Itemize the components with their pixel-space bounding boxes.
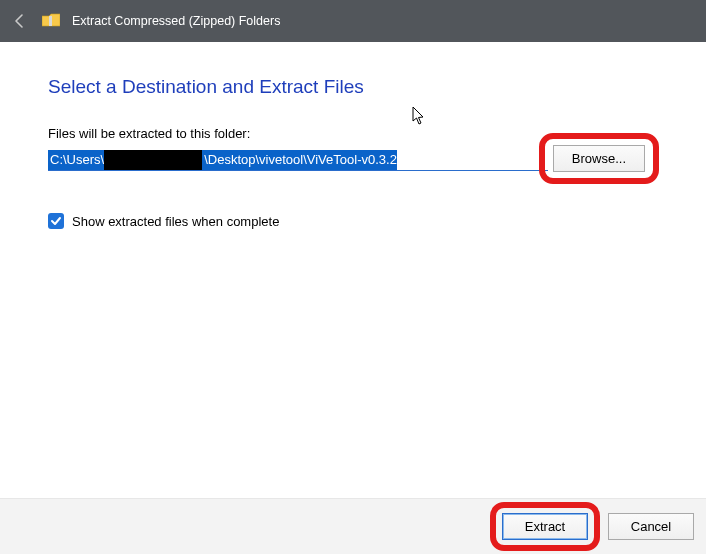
- extract-button[interactable]: Extract: [502, 513, 588, 540]
- show-extracted-row[interactable]: Show extracted files when complete: [48, 213, 658, 229]
- dialog-content: Select a Destination and Extract Files F…: [0, 42, 706, 229]
- path-suffix: \Desktop\vivetool\ViVeTool-v0.3.2: [202, 150, 397, 170]
- titlebar: Extract Compressed (Zipped) Folders: [0, 0, 706, 42]
- annotation-highlight-extract: Extract: [490, 502, 600, 551]
- svg-rect-0: [49, 16, 52, 26]
- show-extracted-checkbox[interactable]: [48, 213, 64, 229]
- annotation-highlight-browse: Browse...: [539, 133, 659, 184]
- back-arrow-icon[interactable]: [10, 13, 30, 29]
- window-title: Extract Compressed (Zipped) Folders: [72, 14, 280, 28]
- browse-button[interactable]: Browse...: [553, 145, 645, 172]
- dialog-footer: Extract Cancel: [0, 498, 706, 554]
- zip-folder-icon: [42, 13, 60, 30]
- destination-path-input[interactable]: C:\Users\ \Desktop\vivetool\ViVeTool-v0.…: [48, 149, 548, 171]
- path-redacted: [104, 150, 202, 170]
- cancel-button[interactable]: Cancel: [608, 513, 694, 540]
- page-heading: Select a Destination and Extract Files: [48, 76, 658, 98]
- path-row: C:\Users\ \Desktop\vivetool\ViVeTool-v0.…: [48, 149, 658, 171]
- path-prefix: C:\Users\: [48, 150, 104, 170]
- show-extracted-label: Show extracted files when complete: [72, 214, 279, 229]
